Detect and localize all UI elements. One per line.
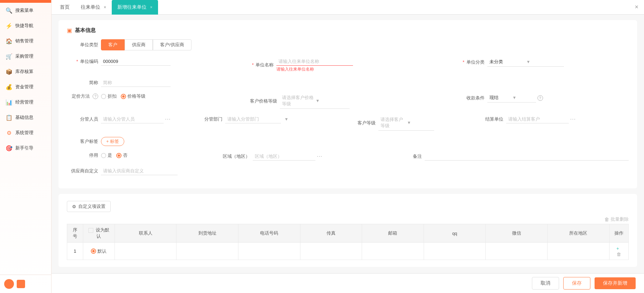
sidebar-item-operation[interactable]: 📊 经营管理 — [0, 95, 51, 110]
unit-type-label: 单位类型 — [67, 42, 98, 48]
add-row-btn[interactable]: ＋ — [615, 246, 620, 251]
payment-field: 收款条件 现结 ▼ ? — [453, 93, 629, 103]
unit-name-input[interactable] — [276, 57, 353, 66]
unit-code-input[interactable] — [101, 57, 171, 66]
region-table-input[interactable] — [551, 249, 606, 254]
disable-radio-yes[interactable]: 是 — [101, 152, 112, 158]
settlement-more-btn[interactable]: ··· — [570, 116, 576, 122]
save-new-button[interactable]: 保存并新增 — [595, 277, 636, 289]
tab-home[interactable]: 首页 — [54, 0, 75, 15]
pricing-help-icon[interactable]: ? — [93, 93, 98, 99]
payment-select[interactable]: 现结 ▼ — [487, 93, 536, 103]
remark-input[interactable] — [425, 152, 629, 161]
sidebar-item-sales[interactable]: 🏠 销售管理 — [0, 33, 51, 49]
cell-email[interactable] — [362, 243, 424, 260]
system-icon: ⚙ — [6, 129, 13, 136]
email-input[interactable] — [366, 249, 420, 254]
batch-delete-area[interactable]: 🗑 批量删除 — [67, 216, 629, 222]
address-input[interactable] — [180, 249, 235, 254]
cell-address[interactable] — [176, 243, 238, 260]
short-name-input[interactable] — [101, 79, 171, 87]
cell-region[interactable] — [548, 243, 610, 260]
region-more-btn[interactable]: ··· — [317, 153, 322, 160]
sidebar-item-label: 经营管理 — [15, 99, 33, 105]
pricing-radio-discount[interactable]: 折扣 — [101, 93, 117, 99]
guide-icon: 🎯 — [6, 145, 13, 152]
sidebar-item-label: 快捷导航 — [15, 23, 33, 29]
type-btn-both[interactable]: 客户/供应商 — [153, 39, 191, 50]
cell-ops: ＋ 🗑 — [609, 243, 628, 260]
radio-circle-grade — [121, 94, 126, 99]
sidebar-item-search[interactable]: 🔍 搜索菜单 — [0, 3, 51, 18]
cell-qq[interactable] — [424, 243, 486, 260]
col-wechat: 微信 — [486, 224, 548, 243]
disable-radio-no[interactable]: 否 — [116, 152, 127, 158]
tab-counterparty-close[interactable]: × — [104, 5, 106, 10]
customer-price-placeholder: 请选择客户价格等级 — [282, 95, 314, 107]
customer-price-select[interactable]: 请选择客户价格等级 ▼ — [280, 93, 350, 109]
unit-category-field: * 单位分类 未分类 ▼ — [453, 57, 629, 67]
disable-label: 停用 — [67, 152, 98, 158]
tab-bar: 首页 往来单位 × 新增往来单位 × × — [52, 0, 644, 15]
custom-settings-button[interactable]: ⚙ 自定义项设置 — [67, 201, 111, 212]
qq-input[interactable] — [427, 249, 482, 254]
cancel-button[interactable]: 取消 — [532, 277, 559, 290]
payment-value: 现结 — [489, 95, 511, 101]
type-btn-customer[interactable]: 客户 — [101, 39, 125, 50]
sidebar-item-purchase[interactable]: 🛒 采购管理 — [0, 49, 51, 64]
phone-input[interactable] — [242, 249, 297, 254]
tab-new-counterparty[interactable]: 新增往来单位 × — [112, 0, 158, 15]
radio-circle-discount — [101, 94, 106, 99]
manager-input[interactable] — [101, 115, 164, 123]
select-all-checkbox[interactable] — [88, 228, 93, 233]
fax-input[interactable] — [304, 249, 359, 254]
disable-no-circle — [116, 153, 121, 158]
cell-fax[interactable] — [300, 243, 362, 260]
sales-icon: 🏠 — [6, 38, 13, 44]
delete-row-btn[interactable]: 🗑 — [616, 252, 621, 257]
supplier-custom-label: 供应商自定义 — [67, 168, 98, 174]
customer-price-label: 客户价格等级 — [242, 98, 277, 104]
window-close-button[interactable]: × — [632, 3, 641, 11]
sidebar-item-guide[interactable]: 🎯 新手引导 — [0, 140, 51, 156]
menu-bar-icon[interactable] — [17, 280, 25, 288]
col-email: 邮箱 — [362, 224, 424, 243]
region-label: 区域（地区） — [219, 153, 250, 160]
manager-field: 分管人员 ··· — [67, 115, 195, 123]
unit-category-select[interactable]: 未分类 ▼ — [487, 57, 564, 67]
sidebar-item-inventory[interactable]: 📦 库存核算 — [0, 64, 51, 79]
cell-phone[interactable] — [238, 243, 300, 260]
col-qq: qq — [424, 224, 486, 243]
default-radio-circle — [91, 249, 96, 254]
settlement-input[interactable] — [506, 115, 569, 123]
purchase-icon: 🛒 — [6, 53, 13, 60]
cell-contact[interactable] — [115, 243, 176, 260]
sidebar-item-basic[interactable]: 📋 基础信息 — [0, 110, 51, 125]
manager-more-btn[interactable]: ··· — [165, 116, 171, 122]
wechat-input[interactable] — [489, 249, 544, 254]
cell-wechat[interactable] — [486, 243, 548, 260]
sidebar-item-system[interactable]: ⚙ 系统管理 — [0, 125, 51, 140]
type-btn-supplier[interactable]: 供应商 — [125, 39, 153, 50]
pricing-label: 定价方法 ? — [67, 93, 98, 99]
sidebar-item-finance[interactable]: 💰 资金管理 — [0, 79, 51, 95]
sidebar-item-label: 基础信息 — [15, 114, 33, 121]
region-input[interactable] — [253, 152, 315, 161]
contact-input[interactable] — [118, 249, 173, 254]
save-button[interactable]: 保存 — [563, 277, 590, 290]
form-row-4: 分管人员 ··· 分管部门 ▼ 客户等级 请选择客户等级 — [67, 115, 629, 131]
payment-help-icon[interactable]: ? — [537, 95, 543, 101]
supplier-custom-input[interactable] — [101, 167, 178, 175]
department-input[interactable] — [225, 115, 281, 123]
remark-field: 备注 — [401, 152, 629, 161]
default-radio[interactable]: 默认 — [87, 248, 111, 254]
tab-new-counterparty-close[interactable]: × — [150, 5, 152, 10]
section-icon: ▣ — [67, 27, 72, 34]
customer-level-select[interactable]: 请选择客户等级 ▼ — [378, 115, 434, 131]
col-region: 所在地区 — [548, 224, 610, 243]
tab-counterparty[interactable]: 往来单位 × — [75, 0, 112, 15]
sidebar-item-quick-nav[interactable]: ⚡ 快捷导航 — [0, 18, 51, 33]
pricing-radio-grade[interactable]: 价格等级 — [121, 93, 146, 99]
add-tag-button[interactable]: + 标签 — [101, 137, 124, 146]
sidebar: 🔍 搜索菜单 ⚡ 快捷导航 🏠 销售管理 🛒 采购管理 📦 库存核算 💰 资金管… — [0, 0, 52, 293]
